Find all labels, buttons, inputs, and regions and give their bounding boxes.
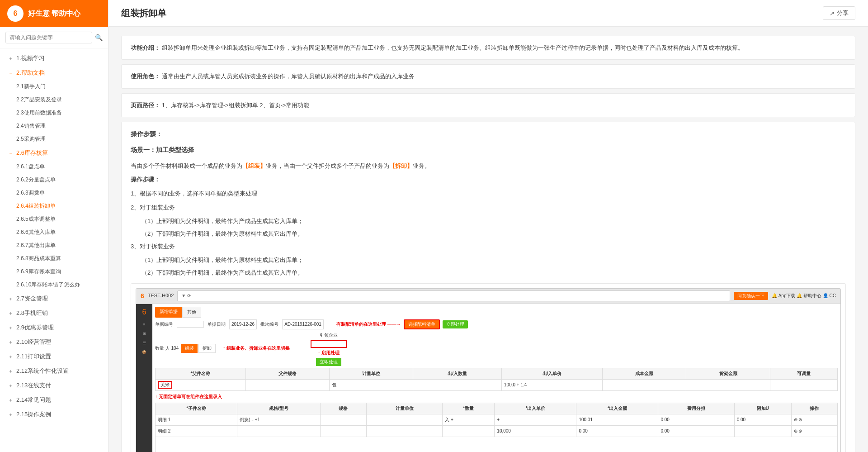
sidebar-item-2-3[interactable]: 2.3使用前数据准备 — [0, 106, 108, 119]
role-text: 通常由生产人员或库管人员完成拆装业务的操作，库管人员确认原材料的出库和产成品的入… — [162, 73, 415, 80]
sim-field-danju[interactable] — [177, 321, 204, 328]
sim-td-cost — [603, 379, 686, 390]
sim-field-label-1: 单据编号 — [155, 320, 173, 328]
sim-url-bar: ▼ ⟳ — [177, 290, 730, 301]
table-row: 明细 2 10,000 0.00 0.00 — [156, 425, 838, 437]
sim-disassemble-btn[interactable]: 拆卸 — [198, 344, 216, 353]
sim-th-parent-shelf: 货架金额 — [686, 368, 770, 379]
sim-batch-value: AD-20191226-001 — [282, 319, 324, 329]
sim-form-tabs: 新增单据 其他 — [155, 307, 838, 318]
sidebar-item-2-4[interactable]: 2.4销售管理 — [0, 119, 108, 133]
sim-annotation1-text: 有装配清单的在这里处理 ——→ — [336, 320, 401, 328]
step1: 1、根据不同的业务，选择不同单据的类型来处理 — [131, 188, 846, 200]
sidebar-item-2-10[interactable]: ＋ 2.10经营管理 — [0, 335, 108, 349]
sidebar-item-2-2[interactable]: 2.2产品安装及登录 — [0, 93, 108, 106]
sim-td-name: 关米 — [156, 379, 246, 390]
sidebar-item-2-8[interactable]: ＋ 2.8手机旺铺 — [0, 306, 108, 320]
sidebar-item-2-6-4[interactable]: 2.6.4组装拆卸单 — [0, 200, 108, 213]
step3-sub2: （2）下部明细为子件明细，最终作为产成品生成其它入库单。 — [131, 267, 846, 279]
sim-td-price: 100.0 + 1.4 — [502, 379, 603, 390]
steps-title: 操作步骤： — [131, 128, 846, 140]
table-row — [156, 445, 838, 452]
sidebar-item-2-5[interactable]: 2.5采购管理 — [0, 133, 108, 146]
sim-td-spec — [245, 379, 329, 390]
sim-th-parent-avail: 可调量 — [770, 368, 837, 379]
sidebar: 6 好生意 帮助中心 🔍 ＋ 1.视频学习 － 2.帮助文档 2.1新手入门 2… — [0, 0, 108, 452]
func-intro-label: 功能介绍： — [131, 44, 160, 51]
sidebar-item-2-6-7[interactable]: 2.6.7其他出库单 — [0, 239, 108, 252]
table-row: 明细 1 倒换(…+1 入 + + 100.01 0.00 0.00 — [156, 414, 838, 425]
step2: 2、对于组装业务 — [131, 202, 846, 214]
page-title: 组装拆卸单 — [121, 7, 166, 19]
table-row: 关米 包 100.0 + 1.4 — [156, 379, 838, 390]
sidebar-item-2-15[interactable]: ＋ 2.15操作案例 — [0, 407, 108, 422]
sim-th-child-name: *子件名称 — [156, 403, 237, 414]
sidebar-item-2-11[interactable]: ＋ 2.11打印设置 — [0, 349, 108, 364]
sim-select-bom-btn[interactable]: 选择配料清单 — [404, 319, 440, 329]
sim-date-value: 2019-12-26 — [229, 319, 257, 329]
sim-confirm-op-btn[interactable]: 立即处理 — [443, 320, 468, 328]
content-area: 功能介绍： 组装拆卸单用来处理企业组装或拆卸等加工业务，支持有固定装配清单的产品… — [108, 27, 868, 452]
step2-sub2: （2）下部明细为子件明细，最终作为原材料生成其它出库单。 — [131, 228, 846, 240]
share-icon: ↗ — [830, 10, 835, 17]
sidebar-item-2-13[interactable]: ＋ 2.13在线支付 — [0, 378, 108, 393]
sidebar-item-2-6-6[interactable]: 2.6.6其他入库单 — [0, 226, 108, 239]
sim-type-row: 数量 人 104 组装 拆卸 ↑ 组装业务、拆卸业务在这里切换 引领企业 — [155, 331, 838, 366]
sidebar-item-2[interactable]: － 2.帮助文档 — [0, 66, 108, 80]
plus-icon-2-13: ＋ — [7, 382, 14, 389]
path-label: 页面路径： — [131, 102, 160, 109]
sidebar-item-2-1[interactable]: 2.1新手入门 — [0, 80, 108, 93]
plus-icon-2-8: ＋ — [7, 310, 14, 316]
sim-th-child-amount: *出入金额 — [576, 403, 658, 414]
sim-table-child: *子件名称 规格/型号 规格 计量单位 *数量 *出入单价 *出入金额 费用分担 — [155, 403, 838, 452]
sim-th-child-unit: 计量单位 — [367, 403, 443, 414]
sidebar-item-2-7[interactable]: ＋ 2.7资金管理 — [0, 291, 108, 306]
sidebar-header: 6 好生意 帮助中心 — [0, 0, 108, 27]
sim-table-header-row-1: *父件名称 父件规格 计量单位 出/入数量 出/入单价 成本金额 货架金额 可调… — [156, 368, 838, 379]
step3: 3、对于拆装业务 — [131, 241, 846, 252]
sim-field-label-date: 单据日期 — [208, 320, 226, 328]
sim-table-header-row-2: *子件名称 规格/型号 规格 计量单位 *数量 *出入单价 *出入金额 费用分担 — [156, 403, 838, 414]
sidebar-item-2-6-10[interactable]: 2.6.10库存账本错了怎么办 — [0, 278, 108, 291]
sidebar-item-2-6-8[interactable]: 2.6.8商品成本重算 — [0, 252, 108, 265]
sim-assemble-btn[interactable]: 组装 — [181, 344, 198, 353]
sim-td-avail — [770, 379, 837, 390]
sidebar-item-1[interactable]: ＋ 1.视频学习 — [0, 51, 108, 66]
share-button[interactable]: ↗ 分享 — [823, 6, 855, 20]
sim-confirm-btn[interactable]: 同意确认一下 — [734, 292, 768, 300]
sim-th-child-op: 操作 — [791, 403, 837, 414]
sim-th-parent-qty: 出/入数量 — [413, 368, 502, 379]
plus-icon-2-11: ＋ — [7, 353, 14, 360]
sidebar-item-2-6-2[interactable]: 2.6.2分量盘点单 — [0, 173, 108, 186]
scene-title: 场景一：加工类型选择 — [131, 144, 846, 156]
sidebar-item-2-6-5[interactable]: 2.6.5成本调整单 — [0, 213, 108, 226]
sim-start-btn[interactable]: 立即处理 — [316, 358, 341, 366]
sim-qiye-input[interactable] — [311, 340, 347, 348]
sim-tab-other[interactable]: 其他 — [182, 307, 201, 318]
path-block: 页面路径： 1、库存核算->库存管理->组装拆卸单 2、首页->常用功能 — [121, 93, 855, 117]
sidebar-item-2-6-3[interactable]: 2.6.3调拨单 — [0, 186, 108, 200]
func-intro-text: 组装拆卸单用来处理企业组装或拆卸等加工业务，支持有固定装配清单的产品加工业务，也… — [162, 44, 744, 51]
sidebar-item-2-12[interactable]: ＋ 2.12系统个性化设置 — [0, 364, 108, 378]
sim-th-child-spec2: 规格 — [320, 403, 366, 414]
plus-icon: ＋ — [7, 55, 14, 62]
role-label: 使用角色： — [131, 73, 160, 80]
table-row — [156, 437, 838, 445]
search-input[interactable] — [5, 32, 92, 43]
sim-annotation4: ↑ 无固定清单可在组件在这里录入 — [155, 393, 838, 401]
main-header: 组装拆卸单 ↗ 分享 — [108, 0, 868, 27]
sidebar-item-2-6-1[interactable]: 2.6.1盘点单 — [0, 160, 108, 173]
sim-tab-new[interactable]: 新增单据 — [155, 307, 182, 318]
sidebar-item-2-9[interactable]: ＋ 2.9优惠券管理 — [0, 320, 108, 335]
sidebar-item-2-14[interactable]: ＋ 2.14常见问题 — [0, 393, 108, 407]
sim-th-child-share: 费用分担 — [658, 403, 734, 414]
sim-annotation2-text: ↑ 组装业务、拆卸业务在这里切换 — [223, 344, 290, 352]
sim-th-parent-unit: 计量单位 — [330, 368, 413, 379]
sidebar-item-2-6[interactable]: － 2.6库存核算 — [0, 146, 108, 160]
sim-icons: 🔔 App下载 🔔 帮助中心 👤 CC — [772, 292, 836, 300]
sim-app-layout: 6 ≡ ⊞ ☰ 📦 新增单据 其他 — [136, 304, 840, 452]
search-button[interactable]: 🔍 — [95, 34, 103, 41]
plus-icon-2-12: ＋ — [7, 368, 14, 374]
sidebar-item-2-6-9[interactable]: 2.6.9库存账本查询 — [0, 265, 108, 278]
steps-block: 操作步骤： 场景一：加工类型选择 当由多个子件材料组装成一个成品的业务为【组装】… — [121, 122, 855, 452]
